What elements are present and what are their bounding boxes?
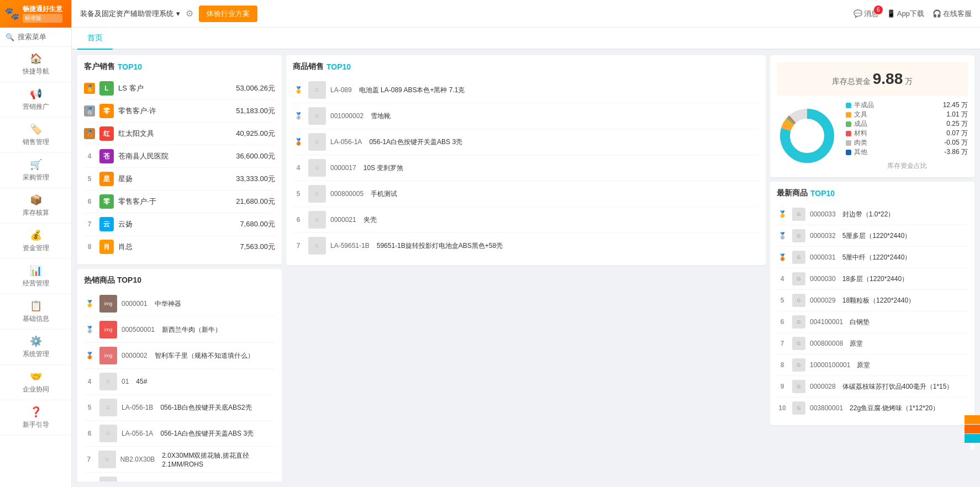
col-right: 库存总资金 9.88 万	[770, 55, 974, 481]
inventory-total-value: 9.88	[873, 70, 903, 87]
rank-amount: 51,183.00元	[236, 106, 275, 116]
hot-product-item: 8 G 0000011 12070519-xs	[84, 473, 275, 481]
sidebar-item-inventory[interactable]: 📦 库存核算	[0, 188, 71, 224]
product-thumb: G	[99, 477, 117, 481]
hot-product-item: 5 G LA-056-1B 056-1B白色按键开关底ABS2壳	[84, 395, 275, 421]
topbar: 装备及固定资产辅助管理系统 ▾ ⚙ 体验行业方案 💬 消息 6 📱 App下载 …	[72, 0, 980, 28]
trial-btn[interactable]: 体验行业方案	[199, 6, 257, 22]
latest-rank-num: 🥈	[777, 230, 788, 241]
rank-number: 6	[84, 196, 95, 207]
nav-tabs: 首页	[72, 28, 980, 50]
rank-number: 🥇	[84, 83, 95, 94]
purchase-icon: 🛒	[30, 158, 42, 171]
latest-code: 0000032	[810, 232, 836, 240]
product-name: 手机测试	[371, 189, 397, 199]
col-middle: 商品销售 TOP10 🥇 G LA-089 电池盖 LA-089 ABS本色+黑…	[286, 55, 766, 481]
legend-dot	[846, 121, 851, 127]
inventory-total-label: 库存总资金	[832, 77, 871, 86]
legend-name: 半成品	[854, 100, 876, 110]
legend-value: 0.07 万	[946, 129, 968, 138]
legend-name: 肉类	[854, 138, 876, 147]
latest-name: 18多层（1220*2440）	[842, 274, 908, 284]
latest-thumb: G	[792, 358, 805, 372]
product-rank-item: 6 G 0000021 夹壳	[293, 207, 759, 233]
rank-name: LS 客户	[118, 83, 231, 93]
latest-product-item: 10 G 003800001 22g鱼豆腐·烧烤味（1*12*20）	[777, 398, 968, 419]
sidebar-item-purchase[interactable]: 🛒 采购管理	[0, 153, 71, 188]
product-thumb: G	[308, 211, 326, 229]
guide-icon: ❓	[30, 406, 42, 418]
customer-rank-item: 5 星 星扬 33,333.00元	[84, 168, 275, 190]
sidebar-item-guide[interactable]: ❓ 新手引导	[0, 400, 71, 436]
legend-item: 文具 1.01 万	[846, 110, 968, 119]
search-menu[interactable]: 🔍 搜索菜单	[0, 28, 71, 47]
sidebar-header: 🐾 畅捷通好生意 标准版	[0, 0, 71, 28]
latest-rank-num: 5	[777, 295, 788, 306]
latest-thumb: G	[792, 251, 805, 264]
online-service-btn[interactable]: 🎧 在线客服	[932, 9, 972, 19]
hot-product-item: 🥉 img 0000002 智利车子里（规格不知道填什么）	[84, 343, 275, 369]
legend-dot	[846, 112, 851, 118]
latest-product-item: 8 G 10000100001 原堂	[777, 354, 968, 376]
legend-item: 肉类 -0.05 万	[846, 138, 968, 147]
sidebar-item-marketing[interactable]: 📢 营销推广	[0, 82, 71, 118]
latest-code: 0000033	[810, 210, 836, 218]
hot-product-item: 🥇 img 0000001 中华神器	[84, 291, 275, 317]
inventory-chart-area: 半成品 12.45 万 文具 1.01 万 成品 0.25 万 材料 0.07 …	[777, 100, 968, 171]
sidebar-item-operations[interactable]: 📊 经营管理	[0, 259, 71, 294]
operations-icon: 📊	[30, 264, 42, 277]
sidebar-item-label: 采购管理	[23, 173, 49, 182]
hot-products-title: 热销商品 TOP10	[84, 276, 275, 285]
sidebar-item-basic-info[interactable]: 📋 基础信息	[0, 294, 71, 330]
rank-name: 云扬	[118, 219, 235, 229]
app-badge: 标准版	[23, 14, 62, 23]
product-rank-item: 5 G 000800005 手机测试	[293, 181, 759, 207]
rank-name: 零售客户·于	[118, 197, 231, 207]
customer-rank-list: 🥇 L LS 客户 53,006.26元 🥈 零 零售客户·许 51,183.0…	[84, 77, 275, 258]
latest-thumb: G	[792, 401, 805, 415]
sidebar-item-label: 资金管理	[23, 244, 49, 253]
legend-dot	[846, 140, 851, 146]
rank-avatar: 零	[99, 194, 114, 209]
float-btn-live[interactable]: 直播	[965, 434, 980, 443]
float-btn-service[interactable]: 客服热线	[965, 415, 980, 424]
latest-rank-num: 9	[777, 381, 788, 392]
float-btn-community[interactable]: 服务社区	[965, 425, 980, 433]
customer-rank-item: 7 云 云扬 7,680.00元	[84, 213, 275, 236]
rank-number: 🥉	[84, 128, 95, 139]
app-download-label: App下载	[897, 9, 924, 19]
product-code: 001000002	[330, 112, 363, 120]
latest-name: 原堂	[850, 339, 863, 348]
legend-value: -0.05 万	[944, 138, 968, 147]
rank-number: 8	[84, 241, 95, 252]
latest-rank-num: 🥉	[777, 252, 788, 263]
sidebar-item-sales[interactable]: 🏷️ 销售管理	[0, 118, 71, 153]
product-code: LA-089	[330, 86, 352, 94]
settings-icon[interactable]: ⚙	[186, 8, 193, 19]
message-btn[interactable]: 💬 消息 6	[853, 9, 878, 19]
product-name: 智利车子里（规格不知道填什么）	[155, 351, 254, 361]
rank-name: 苍南县人民医院	[118, 151, 231, 161]
product-code: 01	[122, 378, 129, 385]
sidebar-item-collab[interactable]: 🤝 企业协同	[0, 365, 71, 400]
sidebar: 🐾 畅捷通好生意 标准版 🔍 搜索菜单 🏠 快捷导航 📢 营销推广 🏷️ 销售管…	[0, 0, 72, 487]
app-download-btn[interactable]: 📱 App下载	[887, 9, 924, 19]
product-thumb: G	[308, 133, 326, 151]
hot-product-item: 6 G LA-056-1A 056-1A白色按键开关盖ABS 3壳	[84, 421, 275, 447]
rank-number: 5	[84, 173, 95, 184]
sidebar-item-finance[interactable]: 💰 资金管理	[0, 224, 71, 259]
legend-name: 其他	[854, 147, 876, 157]
float-btns: 客服热线 服务社区 直播	[965, 415, 980, 443]
message-badge: 6	[874, 6, 883, 14]
sidebar-item-quicknav[interactable]: 🏠 快捷导航	[0, 47, 71, 82]
headset-icon: 🎧	[932, 9, 941, 18]
product-name: 10S 变刹罗煞	[363, 163, 404, 173]
sidebar-item-system[interactable]: ⚙️ 系统管理	[0, 330, 71, 365]
product-name: 中华神器	[155, 299, 181, 309]
legend-dot	[846, 131, 851, 136]
rank-avatar: 苍	[99, 149, 114, 163]
product-rank-item: 🥈 G 001000002 雪地靴	[293, 103, 759, 129]
tab-home[interactable]: 首页	[77, 28, 113, 50]
rank-avatar: L	[99, 81, 114, 96]
system-selector[interactable]: 装备及固定资产辅助管理系统 ▾	[80, 9, 180, 19]
